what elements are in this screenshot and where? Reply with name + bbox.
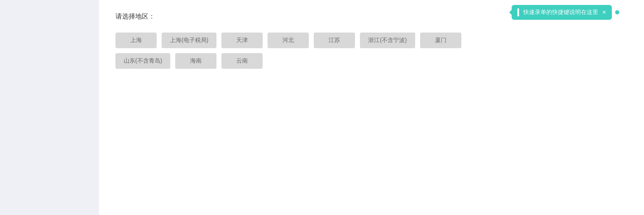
region-button-shanghai[interactable]: 上海 <box>115 33 157 48</box>
tooltip-container: 快速录单的快捷键说明在这里 × <box>512 5 619 20</box>
tooltip-bubble: 快速录单的快捷键说明在这里 × <box>512 5 612 20</box>
region-button-yunnan[interactable]: 云南 <box>221 53 263 69</box>
tooltip-text: 快速录单的快捷键说明在这里 <box>523 9 598 16</box>
tooltip-bar-icon <box>517 8 519 16</box>
region-button-jiangsu[interactable]: 江苏 <box>314 33 355 48</box>
region-button-tianjin[interactable]: 天津 <box>221 33 263 48</box>
region-grid: 上海上海(电子税局)天津河北江苏浙江(不含宁波)厦门山东(不含青岛)海南云南 <box>115 33 487 69</box>
region-button-xiamen[interactable]: 厦门 <box>420 33 461 48</box>
region-button-hainan[interactable]: 海南 <box>175 53 216 69</box>
region-button-hebei[interactable]: 河北 <box>268 33 309 48</box>
tooltip-dot-icon <box>615 10 619 14</box>
main-content: 请选择地区： 上海上海(电子税局)天津河北江苏浙江(不含宁波)厦门山东(不含青岛… <box>99 0 644 215</box>
region-button-shanghai-etax[interactable]: 上海(电子税局) <box>162 33 216 48</box>
sidebar <box>0 0 99 215</box>
region-button-shandong[interactable]: 山东(不含青岛) <box>115 53 170 69</box>
region-button-zhejiang[interactable]: 浙江(不含宁波) <box>360 33 415 48</box>
tooltip-close-button[interactable]: × <box>602 9 606 16</box>
